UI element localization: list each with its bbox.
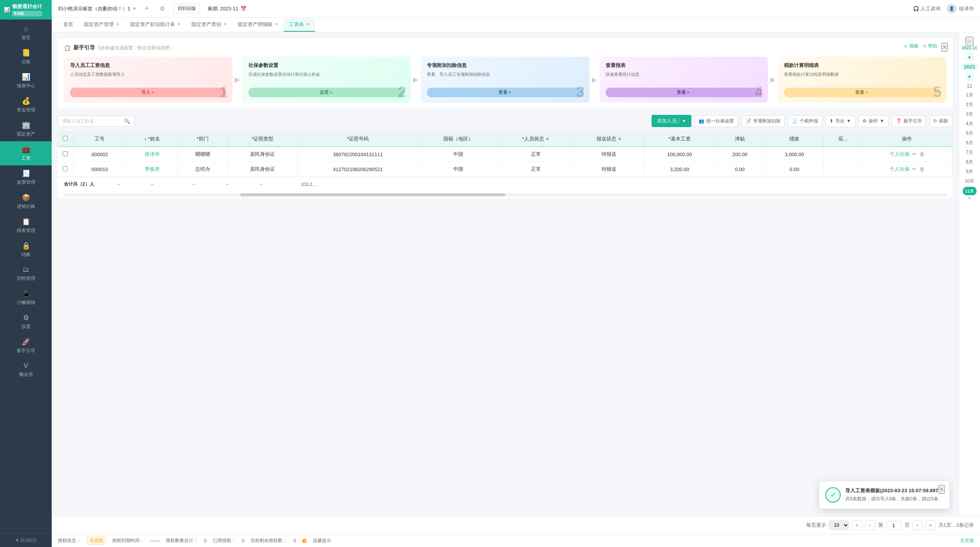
sidebar-item-home[interactable]: ⌂首页 bbox=[0, 21, 52, 45]
operations-button[interactable]: ⚙ 操作 ▼ bbox=[858, 115, 889, 127]
add-person-button[interactable]: 添加人员 ▼ bbox=[652, 115, 691, 127]
delete-icon-1[interactable]: 🗑 bbox=[920, 166, 924, 172]
step-btn-1[interactable]: 导入＞ bbox=[70, 88, 226, 97]
month-item-6月[interactable]: 6月 bbox=[961, 138, 978, 148]
sidebar-item-funds[interactable]: 💰资金管理 bbox=[0, 93, 52, 117]
tab-close-fixed-assets[interactable]: ✕ bbox=[116, 22, 119, 27]
month-item-7月[interactable]: 7月 bbox=[961, 148, 978, 157]
page-input[interactable] bbox=[886, 521, 902, 530]
guide-button[interactable]: ❓ 新手引导 bbox=[892, 115, 926, 127]
tab-close-depreciation[interactable]: ✕ bbox=[177, 22, 181, 27]
page-size-select[interactable]: 10 20 50 bbox=[829, 521, 849, 530]
sidebar-label-settings: 设置 bbox=[21, 323, 31, 330]
sidebar-item-fixed-assets[interactable]: 🏢固定资产 bbox=[0, 117, 52, 141]
last-page-button[interactable]: » bbox=[926, 520, 936, 530]
video-link[interactable]: ⊙ 视频 bbox=[904, 43, 918, 49]
select-all-checkbox[interactable] bbox=[63, 136, 68, 141]
current-month-badge[interactable]: 11月 bbox=[963, 187, 977, 195]
guide-banner: 📋 新手引导 5步快速完成设置，快去完善信息吧～ ⊙ 视频 ⊙ 帮助 ✕ 导入员… bbox=[58, 38, 952, 109]
month-item-2月[interactable]: 2月 bbox=[961, 100, 978, 109]
account-selector[interactable]: 刘小艳演示账套（勿删勿动！）1 ▼ bbox=[58, 5, 136, 12]
support-link[interactable]: 🎧 人工咨询 bbox=[913, 5, 941, 12]
tab-close-detail[interactable]: ✕ bbox=[275, 22, 278, 27]
month-item-12[interactable]: 12 bbox=[961, 82, 978, 90]
tab-depreciation[interactable]: 固定资产折旧统计表✕ bbox=[125, 18, 186, 32]
step-btn-2[interactable]: 设置＞ bbox=[248, 88, 405, 97]
sidebar-item-invoices[interactable]: 🧾发票管理 bbox=[0, 165, 52, 189]
step-btn-4[interactable]: 查看＞ bbox=[606, 88, 762, 97]
notification-close-button[interactable]: ✕ bbox=[938, 485, 945, 494]
horizontal-scrollbar[interactable] bbox=[64, 193, 946, 196]
delete-icon-0[interactable]: 🗑 bbox=[920, 151, 924, 157]
year-up-button[interactable]: ▲ bbox=[965, 52, 974, 61]
status-filter-icon[interactable]: ▼ bbox=[546, 137, 550, 141]
tab-close-categories[interactable]: ✕ bbox=[224, 22, 227, 27]
sidebar-item-expenses[interactable]: 📱小畅报销 bbox=[0, 286, 52, 310]
sidebar-item-archive[interactable]: 🗂归档管理 bbox=[0, 262, 52, 286]
next-page-button[interactable]: › bbox=[913, 520, 923, 530]
step-title-4: 查看报表 bbox=[606, 62, 762, 69]
action-link-1[interactable]: 个人社保 bbox=[890, 166, 910, 172]
help-link[interactable]: ⊙ 帮助 bbox=[923, 43, 937, 49]
action-link-0[interactable]: 个人社保 bbox=[890, 151, 910, 157]
guide-close-button[interactable]: ✕ bbox=[941, 43, 948, 52]
export-button[interactable]: ⬆ 导出 ▼ bbox=[825, 115, 855, 127]
sidebar-item-member[interactable]: V畅会员 bbox=[0, 358, 52, 382]
step-btn-3[interactable]: 查看＞ bbox=[427, 88, 583, 97]
settings-side-icon[interactable]: ⚙ bbox=[968, 196, 971, 200]
sidebar-item-reports[interactable]: 📊报表中心 bbox=[0, 69, 52, 93]
search-input[interactable] bbox=[62, 118, 122, 124]
month-item-10月[interactable]: 10月 bbox=[961, 176, 978, 186]
social-security-button[interactable]: 👥 统一社保设置 bbox=[694, 115, 738, 127]
tab-salary[interactable]: 工资表✕ bbox=[284, 18, 315, 32]
guide-icon: 📋 bbox=[64, 45, 70, 51]
year-label[interactable]: 2023 bbox=[961, 63, 978, 70]
tab-close-salary[interactable]: ✕ bbox=[306, 22, 310, 27]
scrollbar-thumb[interactable] bbox=[240, 193, 505, 196]
month-item-5月[interactable]: 5月 bbox=[961, 129, 978, 138]
step-desc-5: 查看税款计算过程及明细数据 bbox=[784, 71, 940, 84]
refresh-button[interactable]: ↻ 刷新 bbox=[929, 115, 952, 127]
sidebar-item-settings[interactable]: ⚙设置 bbox=[0, 310, 52, 334]
month-item-8月[interactable]: 8月 bbox=[961, 157, 978, 167]
sidebar-label-closing: 结账 bbox=[21, 251, 31, 258]
unpin-button[interactable]: ◀ 取消固定 bbox=[0, 533, 52, 547]
collapse-panel-button[interactable]: ≫ bbox=[965, 37, 973, 46]
tax-icon: 📋 bbox=[22, 217, 30, 226]
sidebar-item-ledger[interactable]: 📒总账 bbox=[0, 45, 52, 69]
switch-version-button[interactable]: 切到旧版 bbox=[173, 4, 200, 13]
month-item-3月[interactable]: 3月 bbox=[961, 109, 978, 119]
month-item-9月[interactable]: 9月 bbox=[961, 167, 978, 176]
row-check-0[interactable] bbox=[63, 151, 68, 156]
tab-detail[interactable]: 固定资产明细账✕ bbox=[232, 18, 284, 32]
tab-home[interactable]: 首页 bbox=[58, 18, 78, 32]
sidebar-item-guide[interactable]: 🚀新手引导 bbox=[0, 334, 52, 358]
sidebar-item-tax[interactable]: 📋税务管理 bbox=[0, 214, 52, 238]
year-down-button[interactable]: ▼ bbox=[965, 73, 974, 81]
user-info[interactable]: 👤 徐泽华 bbox=[947, 4, 974, 14]
special-deduction-button[interactable]: 📝 专项附加扣除 bbox=[741, 115, 785, 127]
tab-fixed-assets[interactable]: 固定资产管理✕ bbox=[78, 18, 125, 32]
edit-icon-0[interactable]: ✏ bbox=[912, 151, 916, 157]
month-item-4月[interactable]: 4月 bbox=[961, 119, 978, 129]
sidebar-item-inventory[interactable]: 📦进销台账 bbox=[0, 189, 52, 214]
tax-report-button[interactable]: 🧾 个税申报 bbox=[788, 115, 822, 127]
tab-categories[interactable]: 固定资产类别✕ bbox=[186, 18, 232, 32]
first-page-button[interactable]: « bbox=[852, 520, 862, 530]
charge-button[interactable]: 去充值 bbox=[960, 537, 974, 544]
report-filter-icon[interactable]: ▼ bbox=[617, 137, 622, 141]
name-link-1[interactable]: 李俊杰 bbox=[145, 166, 160, 172]
calendar-icon[interactable]: 📅 bbox=[240, 6, 247, 11]
sidebar-item-closing[interactable]: 🔒结账 bbox=[0, 238, 52, 262]
archive-icon: 🗂 bbox=[23, 266, 29, 274]
row-check-1[interactable] bbox=[63, 166, 68, 171]
add-account-button[interactable]: + bbox=[141, 3, 153, 14]
prev-page-button[interactable]: ‹ bbox=[865, 520, 875, 530]
name-link-0[interactable]: 徐泽华 bbox=[145, 151, 160, 157]
settings-button[interactable]: ⚙ bbox=[156, 4, 169, 13]
step-btn-5[interactable]: 查看＞ bbox=[784, 88, 940, 97]
edit-icon-1[interactable]: ✏ bbox=[912, 166, 916, 172]
cell-dept-0: 嗯嗯嗯 bbox=[178, 147, 227, 162]
sidebar-item-salary[interactable]: 💼工资 bbox=[0, 141, 52, 165]
month-item-1月[interactable]: 1月 bbox=[961, 90, 978, 100]
